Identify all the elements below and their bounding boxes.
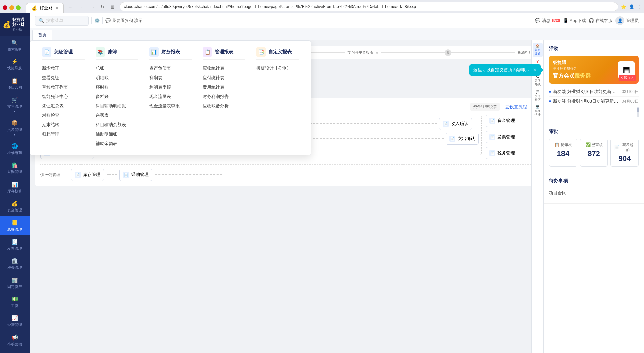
sidebar-item-quicknav[interactable]: ⚡ 快捷导航 <box>0 55 30 74</box>
sidebar-item-search[interactable]: 🔍 搜索菜单 <box>0 36 30 55</box>
user-avatar-btn[interactable]: 👤 管理员 <box>615 16 639 25</box>
dropdown-menu: 📄 凭证管理 新增凭证 查看凭证 草稿凭证列表 智能凭证中心 凭证汇总表 对账检… <box>30 40 311 155</box>
window-max-btn[interactable] <box>16 5 21 10</box>
sidebar-ops-label: 经营管理 <box>7 322 22 327</box>
menu-reconcile[interactable]: 对账检查 <box>42 111 85 120</box>
floating-tip-arrow <box>541 68 543 72</box>
floating-tip-close[interactable]: ✕ <box>533 67 537 73</box>
menu-income-quarterly[interactable]: 利润表季报 <box>149 83 192 92</box>
menu-aging-analysis[interactable]: 应收账龄分析 <box>203 101 245 111</box>
sidebar-item-ecom[interactable]: 🌐 小畅电商 <box>0 140 30 159</box>
sidebar-item-finance[interactable]: 💰 资金管理 <box>0 197 30 216</box>
address-url: cloud.chanjet.com/cc/u6d89qwnryel/57bfsk… <box>124 4 416 9</box>
top-search-box[interactable]: 🔍 搜索菜单 <box>35 16 89 26</box>
menu-receivable-stat[interactable]: 应收统计表 <box>203 64 245 73</box>
marketing-icon: 📢 <box>11 334 18 341</box>
message-btn[interactable]: 💬 消息 99+ <box>535 18 560 24</box>
tab-home-label: 首页 <box>38 32 47 37</box>
live-demo-btn[interactable]: 💬 我要看实例演示 <box>105 18 143 24</box>
sidebar-contract-label: 项目合同 <box>7 85 22 90</box>
menu-balance-sheet[interactable]: 资产负债表 <box>149 64 192 73</box>
browser-menu-btn[interactable]: ⋮ <box>637 4 641 9</box>
accounting-icon: 📒 <box>11 219 18 226</box>
sidebar-item-ops[interactable]: 📈 经营管理 <box>0 312 30 331</box>
window-min-btn[interactable] <box>9 5 14 10</box>
menu-detail-ledger[interactable]: 明细账 <box>96 73 138 83</box>
menu-payable-stat[interactable]: 应付统计表 <box>203 73 245 83</box>
purchase-icon: 🛍️ <box>11 162 18 168</box>
tab-bar: 首页 <box>30 28 644 40</box>
avatar: 👤 <box>615 16 624 25</box>
menu-profit-report[interactable]: 财务利润报告 <box>203 92 245 101</box>
menu-balance[interactable]: 余额表 <box>96 111 138 120</box>
browser-tab-close[interactable]: ✕ <box>55 6 59 10</box>
browser-reload-btn[interactable]: ↻ <box>98 2 107 11</box>
sidebar-item-basic[interactable]: ℹ️ 基础信息 <box>0 350 30 353</box>
online-service-btn[interactable]: 🎧 在线客服 <box>589 18 613 24</box>
sidebar-search-label: 搜索菜单 <box>8 47 21 52</box>
menu-draft-voucher[interactable]: 草稿凭证列表 <box>42 83 85 92</box>
top-bar: 🔍 搜索菜单 ⚙️ 💬 我要看实例演示 💬 消息 99+ 📱 App下载 🎧 <box>30 13 644 28</box>
dropdown-section-management: 📋 管理报表 应收统计表 应付统计表 费用统计表 财务利润报告 应收账龄分析 <box>197 47 251 148</box>
dropdown-management-title: 📋 管理报表 <box>203 47 245 60</box>
app-download-label: App下载 <box>570 18 586 24</box>
menu-subject-detail[interactable]: 科目辅助明细账 <box>96 101 138 111</box>
sidebar-item-invoice[interactable]: 🧾 发票管理 <box>0 235 30 254</box>
browser-new-tab[interactable]: + <box>65 3 75 13</box>
ledger-icon: 📚 <box>96 47 105 57</box>
tax-icon: 🏛️ <box>11 258 18 264</box>
sidebar-item-tax[interactable]: 🏛️ 税务管理 <box>0 254 30 273</box>
sidebar-item-assets[interactable]: 🏢 固定资产 <box>0 273 30 293</box>
menu-aux-balance[interactable]: 辅助余额表 <box>96 139 138 148</box>
top-search-text: 搜索菜单 <box>46 18 63 24</box>
sidebar-item-inventory[interactable]: 📊 库存核算 <box>0 178 30 197</box>
sidebar-item-retail[interactable]: 🛒 零售管理 ▼ <box>0 93 30 116</box>
browser-address-bar[interactable]: cloud.chanjet.com/cc/u6d89qwnryel/57bfsk… <box>120 2 618 11</box>
menu-archive[interactable]: 归档管理 <box>42 130 85 139</box>
app-download-btn[interactable]: 📱 App下载 <box>563 18 586 24</box>
dropdown-section-financial: 📊 财务报表 资产负债表 利润表 利润表季报 现金流量表 现金流量表季报 <box>144 47 198 148</box>
menu-voucher-summary[interactable]: 凭证汇总表 <box>42 101 85 111</box>
invoice-icon: 🧾 <box>11 239 18 245</box>
sidebar-logo: 💰 畅捷通好业财 专业版 <box>0 13 30 36</box>
sidebar-item-contract[interactable]: 📋 项目合同 <box>0 74 30 93</box>
search-icon: 🔍 <box>11 40 18 46</box>
custom-icon: 📑 <box>256 47 266 57</box>
browser-bookmark-btn[interactable]: ⭐ <box>621 4 626 9</box>
settings-btn-top[interactable]: ⚙️ <box>94 18 100 23</box>
menu-cashflow-quarterly[interactable]: 现金流量表季报 <box>149 101 192 111</box>
browser-stop-btn[interactable]: 🗑 <box>108 2 117 11</box>
menu-template-design[interactable]: 模板设计【公测】 <box>256 64 299 73</box>
live-demo-label: 我要看实例演示 <box>112 18 143 24</box>
menu-smart-voucher[interactable]: 智能凭证中心 <box>42 92 85 101</box>
menu-subject-balance[interactable]: 科目辅助余额表 <box>96 120 138 130</box>
sidebar-item-payroll[interactable]: 💵 工资 <box>0 293 30 312</box>
tab-home[interactable]: 首页 <box>32 30 52 40</box>
menu-general-ledger[interactable]: 总账 <box>96 64 138 73</box>
browser-forward-btn[interactable]: → <box>88 2 97 11</box>
sidebar: 💰 畅捷通好业财 专业版 🔍 搜索菜单 ⚡ 快捷导航 📋 项目合同 🛒 零售管理… <box>0 13 30 353</box>
menu-multi-ledger[interactable]: 多栏账 <box>96 92 138 101</box>
wholesale-icon: 📦 <box>11 120 18 126</box>
sidebar-wholesale-label: 批发管理 <box>7 127 22 132</box>
browser-tab-active[interactable]: 💰 好业财 ✕ <box>26 3 64 13</box>
sidebar-item-accounting[interactable]: 📒 总账管理 <box>0 216 30 235</box>
finance-icon: 💰 <box>11 200 18 207</box>
menu-period-end[interactable]: 期末结转 <box>42 120 85 130</box>
menu-income-stmt[interactable]: 利润表 <box>149 73 192 83</box>
browser-account-btn[interactable]: 👤 <box>629 4 634 9</box>
sidebar-item-wholesale[interactable]: 📦 批发管理 ▼ <box>0 116 30 140</box>
menu-expense-stat[interactable]: 费用统计表 <box>203 83 245 92</box>
menu-aux-detail[interactable]: 辅助明细账 <box>96 130 138 139</box>
demo-icon: 💬 <box>105 18 111 23</box>
sidebar-item-marketing[interactable]: 📢 小畅营销 <box>0 331 30 350</box>
search-icon-top: 🔍 <box>39 18 44 23</box>
browser-back-btn[interactable]: ← <box>78 2 87 11</box>
menu-view-voucher[interactable]: 查看凭证 <box>42 73 85 83</box>
menu-new-voucher[interactable]: 新增凭证 <box>42 64 85 73</box>
online-service-label: 在线客服 <box>595 18 613 24</box>
menu-cashflow[interactable]: 现金流量表 <box>149 92 192 101</box>
window-close-btn[interactable] <box>3 5 7 10</box>
sidebar-item-purchase[interactable]: 🛍️ 采购管理 <box>0 159 30 178</box>
menu-chrono-ledger[interactable]: 序时账 <box>96 83 138 92</box>
